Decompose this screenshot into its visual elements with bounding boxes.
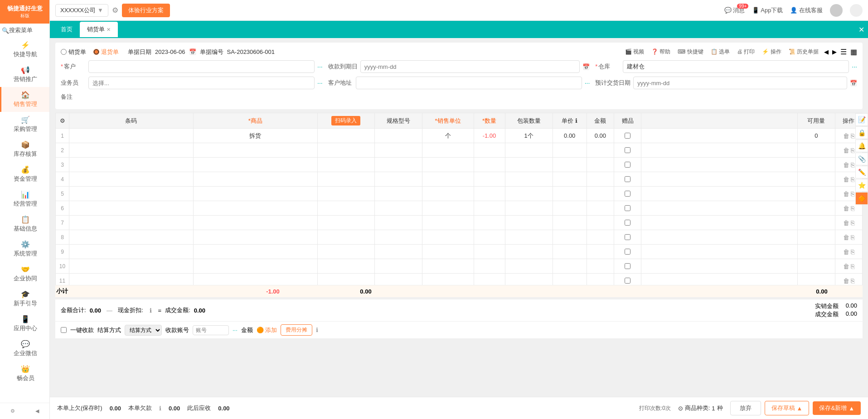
cell-qty[interactable]: [474, 274, 505, 285]
sidebar-item-base-info[interactable]: 📋 基础信息: [0, 212, 49, 236]
row-copy-icon[interactable]: ⎘: [851, 234, 854, 241]
row-delete-icon[interactable]: 🗑: [843, 219, 849, 226]
cell-product[interactable]: [193, 245, 317, 259]
row-copy-icon[interactable]: ⎘: [851, 176, 854, 183]
row-copy-icon[interactable]: ⎘: [851, 132, 854, 140]
cell-unit-price[interactable]: [553, 230, 587, 245]
cell-barcode[interactable]: [69, 129, 194, 143]
doc-date-calendar-icon[interactable]: 📅: [189, 48, 196, 55]
cell-qty[interactable]: [474, 172, 505, 187]
cell-product[interactable]: [193, 259, 317, 274]
dots-account[interactable]: ···: [233, 327, 238, 333]
customer-input[interactable]: [88, 60, 315, 73]
cell-product[interactable]: 拆货: [193, 129, 317, 143]
gift-checkbox[interactable]: [625, 147, 630, 153]
cell-unit-price[interactable]: [553, 143, 587, 158]
prev-icon[interactable]: ◀: [824, 48, 829, 55]
cell-product[interactable]: [193, 143, 317, 158]
gift-checkbox[interactable]: [625, 220, 630, 226]
cell-spec[interactable]: [374, 129, 422, 143]
cell-spec[interactable]: [374, 245, 422, 259]
cell-unit-price[interactable]: [553, 216, 587, 230]
cell-barcode[interactable]: [69, 172, 194, 187]
tabbar-close-button[interactable]: ✕: [858, 25, 864, 34]
warehouse-input[interactable]: [623, 60, 849, 73]
cell-unit-price[interactable]: [553, 259, 587, 274]
cell-qty[interactable]: [474, 245, 505, 259]
row-delete-icon[interactable]: 🗑: [843, 147, 849, 154]
cell-qty[interactable]: [474, 216, 505, 230]
sidebar-item-inventory[interactable]: 📦 库存核算: [0, 137, 49, 162]
sidebar-item-app-center[interactable]: 📱 应用中心: [0, 311, 49, 336]
add-btn[interactable]: 🟠 添加: [257, 326, 277, 334]
barcode-input[interactable]: [71, 133, 191, 139]
cell-unit-price[interactable]: [553, 187, 587, 201]
customer-addr-dots[interactable]: ···: [585, 79, 590, 87]
cell-qty[interactable]: [474, 143, 505, 158]
cell-unit-price[interactable]: [553, 201, 587, 216]
fee-split-btn[interactable]: 费用分摊: [281, 324, 312, 336]
message-button[interactable]: 💬 消息 99+: [724, 6, 745, 14]
product-input[interactable]: [195, 249, 315, 255]
row-delete-icon[interactable]: 🗑: [843, 190, 849, 197]
cell-spec[interactable]: [374, 143, 422, 158]
product-input[interactable]: [195, 205, 315, 212]
cell-product[interactable]: [193, 274, 317, 285]
cell-barcode[interactable]: [69, 230, 194, 245]
cell-gift[interactable]: [614, 129, 641, 143]
one-click-checkbox[interactable]: [61, 327, 67, 333]
due-date-calendar-icon[interactable]: 📅: [582, 63, 590, 70]
cell-product[interactable]: [193, 216, 317, 230]
due-date-input[interactable]: [360, 60, 580, 73]
gift-checkbox[interactable]: [625, 176, 630, 182]
save-draft-button[interactable]: 保存草稿 ▲: [765, 401, 810, 415]
search-menu-item[interactable]: 🔍 搜索菜单: [0, 24, 49, 37]
cell-unit-price[interactable]: [553, 158, 587, 172]
sidebar-item-purchase-mgmt[interactable]: 🛒 采购管理: [0, 112, 49, 137]
sidebar-item-member[interactable]: 👑 畅会员: [0, 361, 49, 386]
cell-barcode[interactable]: [69, 158, 194, 172]
cell-spec[interactable]: [374, 158, 422, 172]
cell-unit-price[interactable]: [553, 274, 587, 285]
cell-spec[interactable]: [374, 187, 422, 201]
right-icon-star[interactable]: ⭐: [855, 179, 868, 192]
cell-spec[interactable]: [374, 216, 422, 230]
company-selector[interactable]: XXXXXX公司 ▼: [55, 4, 108, 17]
cell-gift[interactable]: [614, 201, 641, 216]
expected-delivery-calendar-icon[interactable]: 📅: [850, 80, 857, 87]
gift-checkbox[interactable]: [625, 278, 630, 284]
sidebar-item-ops-mgmt[interactable]: 📊 经营管理: [0, 187, 49, 212]
barcode-input[interactable]: [71, 205, 191, 212]
radio-sales[interactable]: 销货单: [61, 48, 86, 56]
product-input[interactable]: [195, 263, 315, 270]
row-copy-icon[interactable]: ⎘: [851, 161, 854, 169]
cell-spec[interactable]: [374, 172, 422, 187]
toolbar-select-btn[interactable]: 📋 选单: [709, 47, 732, 57]
cell-qty[interactable]: [474, 259, 505, 274]
tab-sales-order[interactable]: 销货单 ✕: [80, 22, 118, 37]
toolbar-help-btn[interactable]: ❓ 帮助: [650, 47, 672, 57]
right-icon-pen[interactable]: ✏️: [855, 166, 868, 178]
cell-barcode[interactable]: [69, 259, 194, 274]
barcode-input[interactable]: [71, 278, 191, 284]
sidebar-item-collab[interactable]: 🤝 企业协同: [0, 261, 49, 286]
sidebar-item-guide[interactable]: 🎓 新手引导: [0, 286, 49, 311]
customer-addr-input[interactable]: [356, 77, 582, 89]
product-input[interactable]: [195, 234, 315, 241]
product-input[interactable]: [195, 191, 315, 197]
toolbar-video-btn[interactable]: 🎬 视频: [623, 47, 646, 57]
cell-product[interactable]: [193, 201, 317, 216]
product-input[interactable]: [195, 220, 315, 226]
tab-home[interactable]: 首页: [53, 22, 80, 37]
gift-checkbox[interactable]: [625, 191, 630, 197]
right-icon-orange[interactable]: 🔶: [855, 192, 868, 205]
row-copy-icon[interactable]: ⎘: [851, 190, 854, 197]
cell-barcode[interactable]: [69, 216, 194, 230]
app-download-button[interactable]: 📱 App下载: [752, 6, 783, 14]
sidebar-settings-btn[interactable]: ⚙: [8, 406, 17, 416]
cell-qty[interactable]: -1.00: [474, 129, 505, 143]
row-delete-icon[interactable]: 🗑: [843, 277, 849, 284]
cell-barcode[interactable]: [69, 187, 194, 201]
cell-gift[interactable]: [614, 172, 641, 187]
right-icon-edit[interactable]: 📝: [855, 113, 868, 126]
